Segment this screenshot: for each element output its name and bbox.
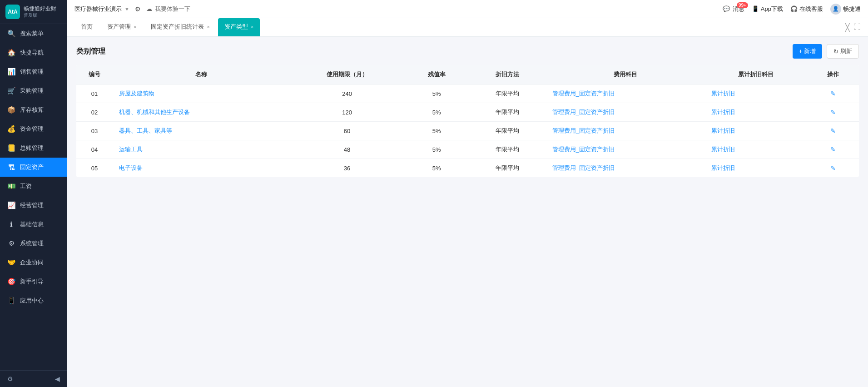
messages-button[interactable]: 💬 99+ 消息 bbox=[723, 5, 744, 13]
sidebar-item-search[interactable]: 🔍 搜索菜单 bbox=[0, 24, 67, 43]
table-row: 05 电子设备 36 5% 年限平均 管理费用_固定资产折旧 累计折旧 ✎ bbox=[76, 159, 859, 178]
sidebar-item-fixed-assets[interactable]: 🏗 固定资产 bbox=[0, 158, 67, 177]
sidebar-label: 总账管理 bbox=[20, 144, 44, 152]
maximize-icon[interactable]: ⛶ bbox=[853, 23, 861, 31]
tab-close-icon[interactable]: × bbox=[207, 24, 209, 30]
company-name: 医疗器械行业演示 bbox=[74, 5, 122, 13]
company-selector[interactable]: 医疗器械行业演示 ▼ bbox=[74, 5, 129, 13]
sidebar-item-operations[interactable]: 📈 经营管理 bbox=[0, 196, 67, 215]
message-icon: 💬 bbox=[723, 5, 730, 12]
sidebar-label: 工资 bbox=[20, 182, 32, 190]
tab-asset-type-label: 资产类型 bbox=[224, 23, 248, 31]
operations-icon: 📈 bbox=[7, 201, 15, 209]
settings-gear-icon[interactable]: ⚙ bbox=[135, 5, 141, 13]
tabs-bar: 首页 资产管理 × 固定资产折旧统计表 × 资产类型 × ╳ ⛶ bbox=[67, 18, 868, 37]
cloud-experience[interactable]: ☁ 我要体验一下 bbox=[146, 5, 190, 13]
edit-icon[interactable]: ✎ bbox=[830, 127, 836, 134]
edit-icon[interactable]: ✎ bbox=[830, 90, 836, 97]
sidebar-item-basic-info[interactable]: ℹ 基础信息 bbox=[0, 215, 67, 234]
cell-code: 01 bbox=[76, 84, 113, 103]
home-icon: 🏠 bbox=[7, 49, 15, 57]
cell-expense: 管理费用_固定资产折旧 bbox=[546, 122, 705, 140]
cell-expense: 管理费用_固定资产折旧 bbox=[546, 140, 705, 159]
logo-icon: AtA bbox=[5, 5, 20, 19]
tab-asset-mgmt-label: 资产管理 bbox=[107, 23, 131, 31]
page-header: 类别管理 + 新增 ↻ 刷新 bbox=[76, 44, 859, 59]
refresh-icon: ↻ bbox=[833, 48, 838, 55]
sidebar-item-enterprise[interactable]: 🤝 企业协同 bbox=[0, 253, 67, 272]
edit-icon[interactable]: ✎ bbox=[830, 146, 836, 153]
logo-sub: 普及版 bbox=[24, 12, 56, 19]
sidebar-logo: AtA 畅捷通好业财 普及版 bbox=[0, 0, 67, 24]
cell-name: 器具、工具、家具等 bbox=[113, 122, 290, 140]
page-title: 类别管理 bbox=[76, 47, 105, 56]
user-menu[interactable]: 👤 畅捷通 bbox=[830, 4, 861, 15]
phone-icon: 📱 bbox=[752, 5, 759, 12]
data-table: 编号 名称 使用期限（月） 残值率 折旧方法 费用科目 累计折旧科目 操作 01… bbox=[76, 65, 859, 177]
fund-icon: 💰 bbox=[7, 125, 15, 133]
sidebar-label: 固定资产 bbox=[20, 163, 44, 171]
topbar-left: 医疗器械行业演示 ▼ ⚙ ☁ 我要体验一下 bbox=[74, 5, 190, 13]
cell-accumulated: 累计折旧 bbox=[705, 122, 807, 140]
sidebar-item-quick-nav[interactable]: 🏠 快捷导航 bbox=[0, 43, 67, 62]
sidebar: AtA 畅捷通好业财 普及版 🔍 搜索菜单 🏠 快捷导航 📊 销售管理 🛒 采购… bbox=[0, 0, 67, 387]
edit-icon[interactable]: ✎ bbox=[830, 109, 836, 116]
user-name: 畅捷通 bbox=[843, 5, 861, 13]
sidebar-footer: ⚙ ◀ bbox=[0, 370, 67, 387]
tabs-actions: ╳ ⛶ bbox=[845, 23, 861, 32]
cell-operation: ✎ bbox=[807, 122, 859, 140]
cell-method: 年限平均 bbox=[469, 103, 546, 122]
tab-close-icon[interactable]: × bbox=[134, 24, 136, 30]
sidebar-item-fund[interactable]: 💰 资金管理 bbox=[0, 119, 67, 139]
refresh-button[interactable]: ↻ 刷新 bbox=[827, 44, 859, 59]
messages-badge: 99+ bbox=[737, 2, 748, 8]
settings-footer-icon[interactable]: ⚙ bbox=[7, 375, 13, 382]
tab-depreciation[interactable]: 固定资产折旧统计表 × bbox=[144, 18, 216, 36]
sidebar-item-guide[interactable]: 🎯 新手引导 bbox=[0, 272, 67, 291]
sidebar-item-inventory[interactable]: 📦 库存核算 bbox=[0, 100, 67, 119]
basic-info-icon: ℹ bbox=[7, 220, 15, 228]
sidebar-item-purchase[interactable]: 🛒 采购管理 bbox=[0, 81, 67, 100]
sidebar-label: 快捷导航 bbox=[20, 49, 44, 57]
cell-accumulated: 累计折旧 bbox=[705, 84, 807, 103]
search-icon: 🔍 bbox=[7, 30, 15, 38]
app-download-button[interactable]: 📱 App下载 bbox=[752, 5, 783, 13]
cell-usage: 240 bbox=[290, 84, 404, 103]
sidebar-label: 销售管理 bbox=[20, 68, 44, 76]
sidebar-label: 基础信息 bbox=[20, 220, 44, 228]
cell-usage: 120 bbox=[290, 103, 404, 122]
tab-asset-mgmt[interactable]: 资产管理 × bbox=[101, 18, 143, 36]
service-label: 在线客服 bbox=[799, 5, 823, 13]
main-area: 医疗器械行业演示 ▼ ⚙ ☁ 我要体验一下 💬 99+ 消息 📱 App下载 🎧… bbox=[67, 0, 868, 387]
sidebar-item-sales[interactable]: 📊 销售管理 bbox=[0, 62, 67, 81]
cell-code: 02 bbox=[76, 103, 113, 122]
cell-operation: ✎ bbox=[807, 140, 859, 159]
cell-residual: 5% bbox=[404, 122, 469, 140]
minimize-icon[interactable]: ╳ bbox=[845, 23, 850, 32]
sidebar-label: 应用中心 bbox=[20, 297, 44, 305]
cell-name: 电子设备 bbox=[113, 159, 290, 178]
cell-usage: 48 bbox=[290, 140, 404, 159]
sidebar-item-salary[interactable]: 💵 工资 bbox=[0, 177, 67, 196]
logo-text: 畅捷通好业财 bbox=[24, 5, 56, 13]
new-button[interactable]: + 新增 bbox=[793, 44, 822, 59]
table-row: 03 器具、工具、家具等 60 5% 年限平均 管理费用_固定资产折旧 累计折旧… bbox=[76, 122, 859, 140]
tab-asset-type[interactable]: 资产类型 × bbox=[218, 18, 260, 36]
collapse-icon[interactable]: ◀ bbox=[55, 375, 60, 382]
online-service-button[interactable]: 🎧 在线客服 bbox=[790, 5, 823, 13]
avatar: 👤 bbox=[830, 4, 841, 15]
tab-close-icon[interactable]: × bbox=[251, 24, 253, 30]
table-row: 04 运输工具 48 5% 年限平均 管理费用_固定资产折旧 累计折旧 ✎ bbox=[76, 140, 859, 159]
cell-method: 年限平均 bbox=[469, 159, 546, 178]
edit-icon[interactable]: ✎ bbox=[830, 164, 836, 172]
chevron-down-icon: ▼ bbox=[124, 6, 129, 12]
sidebar-item-ledger[interactable]: 📒 总账管理 bbox=[0, 139, 67, 158]
sidebar-item-app-center[interactable]: 📱 应用中心 bbox=[0, 291, 67, 310]
sidebar-item-system[interactable]: ⚙ 系统管理 bbox=[0, 234, 67, 253]
tab-home[interactable]: 首页 bbox=[74, 18, 99, 36]
cell-name: 房屋及建筑物 bbox=[113, 84, 290, 103]
cell-usage: 36 bbox=[290, 159, 404, 178]
inventory-icon: 📦 bbox=[7, 106, 15, 114]
table-row: 02 机器、机械和其他生产设备 120 5% 年限平均 管理费用_固定资产折旧 … bbox=[76, 103, 859, 122]
sidebar-label: 新手引导 bbox=[20, 278, 44, 286]
